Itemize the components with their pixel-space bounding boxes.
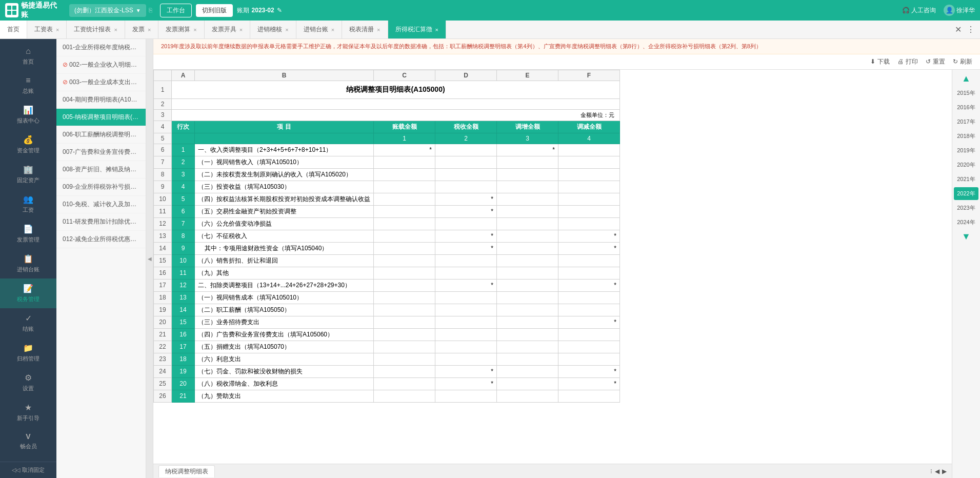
tab-close-invoice-open[interactable]: × [239, 27, 243, 33]
year-2021[interactable]: 2021年 [954, 173, 978, 186]
spreadsheet-wrapper[interactable]: A B C D E F [153, 70, 952, 464]
sub-item-9[interactable]: 010-免税、减计收入及加计... [56, 196, 146, 213]
tab-close-income-tax[interactable]: × [435, 27, 438, 33]
year-2019[interactable]: 2019年 [954, 144, 978, 157]
tab-more[interactable]: ⋮ [967, 25, 975, 34]
sub-item-6[interactable]: 007-广告费和业务宣传费时... [56, 144, 146, 161]
tab-close-salary-report[interactable]: × [114, 27, 117, 33]
sidebar-pin[interactable]: ◁◁ 取消固定 [0, 462, 56, 478]
item-10[interactable]: （四）按权益法核算长期股权投资对初始投资成本调整确认收益 [195, 193, 374, 205]
tab-close-salary[interactable]: × [56, 27, 59, 33]
item-25[interactable]: （八）税收滞纳金、加收利息 [195, 377, 374, 390]
tab-invoice-open[interactable]: 发票开具 × [205, 21, 250, 39]
sub-item-10[interactable]: 011-研发费用加计扣除优惠... [56, 213, 146, 231]
item-6[interactable]: 一、收入类调整项目（2+3+4+5+6+7+8+10+11） [195, 144, 374, 156]
company-selector[interactable]: (勿删）江西股金-LSS ▼ [69, 4, 146, 17]
sidebar-item-tax[interactable]: 📝 税务管理 [0, 278, 56, 308]
tab-income-tax[interactable]: 所得税汇算徴 × [388, 21, 446, 39]
bottom-tab-adjustment[interactable]: 纳税调整明细表 [158, 465, 215, 477]
sidebar-item-fixed[interactable]: 🏢 固定资产 [0, 160, 56, 189]
val-6-1[interactable]: * [374, 144, 435, 156]
item-13[interactable]: （七）不征税收入 [195, 230, 374, 242]
year-nav-down[interactable]: ▼ [958, 230, 974, 243]
tab-salary-report[interactable]: 工资统计报表 × [67, 21, 125, 39]
collapse-handle[interactable]: ◀ [146, 39, 153, 478]
year-nav-up[interactable]: ▲ [958, 72, 974, 85]
val-6-2[interactable] [435, 144, 497, 156]
item-14[interactable]: 其中：专项用途财政性资金（填写A105040） [195, 242, 374, 254]
sidebar-item-asset[interactable]: 💰 资金管理 [0, 130, 56, 160]
item-16[interactable]: （九）其他 [195, 267, 374, 279]
tab-close-tax-table[interactable]: × [377, 27, 380, 33]
sidebar-item-purchase[interactable]: 📋 进销台账 [0, 249, 56, 278]
sub-item-4[interactable]: 005-纳税调整项目明细表(A1... [56, 109, 146, 126]
year-2024[interactable]: 2024年 [954, 216, 978, 229]
tab-close-invoice-calc[interactable]: × [193, 27, 196, 33]
item-9[interactable]: （三）投资收益（填写A105030） [195, 181, 374, 193]
tab-check[interactable]: 进销稽核 × [250, 21, 296, 39]
tab-invoice-calc[interactable]: 发票测算 × [158, 21, 204, 39]
tab-tax-table[interactable]: 税表清册 × [342, 21, 388, 39]
user-service[interactable]: 🎧 人工咨询 [902, 6, 936, 15]
tab-salary[interactable]: 工资表 × [27, 21, 67, 39]
year-2016[interactable]: 2016年 [954, 101, 978, 114]
tab-close-check[interactable]: × [285, 27, 288, 33]
year-2017[interactable]: 2017年 [954, 115, 978, 128]
val-6-3[interactable]: * [497, 144, 558, 156]
item-22[interactable]: （五）捐赠支出（填写A105070） [195, 341, 374, 353]
sub-item-5[interactable]: 006-职工薪酬纳税调整明细... [56, 126, 146, 144]
sidebar-item-home[interactable]: ⌂ 首页 [0, 42, 56, 71]
tab-close-invoice[interactable]: × [148, 27, 151, 33]
sidebar-item-report[interactable]: 📊 报表中心 [0, 100, 56, 130]
item-20[interactable]: （三）业务招待费支出 [195, 316, 374, 328]
period-edit-icon[interactable]: ✎ [277, 7, 282, 14]
item-8[interactable]: （二）未按权责发生制原则确认的收入（填写A105020） [195, 168, 374, 181]
year-2023[interactable]: 2023年 [954, 202, 978, 214]
sidebar-item-member[interactable]: V 畅会员 [0, 427, 56, 455]
sub-item-7[interactable]: 008-资产折旧、摊销及纳税... [56, 161, 146, 178]
tab-home[interactable]: 首页 [0, 21, 27, 39]
sidebar-item-guide[interactable]: ★ 新手引导 [0, 397, 56, 427]
sidebar-item-settings[interactable]: ⚙ 设置 [0, 368, 56, 397]
tab-purchase-ledger[interactable]: 进销台账 × [296, 21, 342, 39]
item-15[interactable]: （八）销售折扣、折让和退回 [195, 254, 374, 267]
workbench-button[interactable]: 工作台 [160, 4, 192, 17]
sub-item-1[interactable]: ⊘002-一般企业收入明细表(A1... [56, 56, 146, 74]
sidebar-item-ledger[interactable]: ≡ 总账 [0, 71, 56, 100]
year-2020[interactable]: 2020年 [954, 158, 978, 171]
tab-close-all[interactable]: ✕ [955, 25, 962, 34]
item-7[interactable]: （一）视同销售收入（填写A105010） [195, 156, 374, 168]
val-6-4[interactable] [558, 144, 620, 156]
item-12[interactable]: （六）公允价值变动净损益 [195, 217, 374, 230]
item-21[interactable]: （四）广告费和业务宣传费支出（填写A105060） [195, 328, 374, 341]
sub-item-3[interactable]: 004-期间费用明细表(A1040... [56, 91, 146, 109]
sidebar-item-archive[interactable]: 📁 归档管理 [0, 338, 56, 368]
sub-item-0[interactable]: 001-企业所得税年度纳税申... [56, 39, 146, 56]
item-18[interactable]: （一）视同销售成本（填写A105010） [195, 291, 374, 304]
switch-old-button[interactable]: 切到旧版 [196, 4, 233, 17]
item-17[interactable]: 二、扣除类调整项目（13+14+...24+26+27+28+29+30） [195, 279, 374, 291]
sub-item-8[interactable]: 009-企业所得税弥补亏损明... [56, 178, 146, 196]
sub-item-11[interactable]: 012-减免企业所得税优惠明细(...)... [56, 231, 146, 248]
sub-item-2[interactable]: ⊘003-一般企业成本支出明细... [56, 74, 146, 91]
year-2018[interactable]: 2018年 [954, 130, 978, 143]
sidebar-item-settle[interactable]: ✓ 结账 [0, 308, 56, 338]
nav-prev[interactable]: ◀ [935, 468, 939, 475]
download-button[interactable]: ⬇ 下载 [870, 57, 890, 66]
item-11[interactable]: （五）交易性金融资产初始投资调整 [195, 205, 374, 217]
scroll-left-icon[interactable]: ⁝ [930, 468, 932, 475]
nav-next[interactable]: ▶ [942, 468, 947, 475]
print-button[interactable]: 🖨 打印 [897, 57, 918, 66]
item-24[interactable]: （七）罚金、罚款和被没收财物的损失 [195, 365, 374, 377]
item-19[interactable]: （二）职工薪酬（填写A105050） [195, 304, 374, 316]
year-2015[interactable]: 2015年 [954, 87, 978, 99]
tab-invoice[interactable]: 发票 × [125, 21, 158, 39]
reset-button[interactable]: ↺ 重置 [926, 57, 945, 66]
sidebar-item-salary[interactable]: 👥 工资 [0, 189, 56, 219]
user-avatar[interactable]: 👤 徐泽华 [944, 5, 975, 16]
sidebar-item-invoice[interactable]: 📄 发票管理 [0, 219, 56, 249]
tab-close-purchase-ledger[interactable]: × [331, 27, 334, 33]
refresh-button[interactable]: ↻ 刷新 [953, 57, 972, 66]
item-26[interactable]: （九）赞助支出 [195, 390, 374, 402]
year-2022[interactable]: 2022年 [954, 187, 978, 200]
